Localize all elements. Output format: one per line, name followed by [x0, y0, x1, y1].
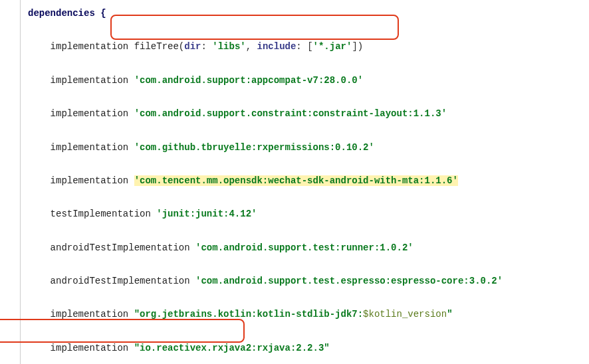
line-kotlin: implementation "org.jetbrains.kotlin:kot…: [28, 306, 589, 323]
line-junit: testImplementation 'junit:junit:4.12': [28, 206, 589, 223]
line-espresso: androidTestImplementation 'com.android.s…: [28, 273, 589, 290]
line-rxjava: implementation "io.reactivex.rxjava2:rxj…: [28, 340, 589, 357]
line-wechat: implementation 'com.tencent.mm.opensdk:w…: [28, 173, 589, 189]
line-constraint: implementation 'com.android.support.cons…: [28, 106, 589, 122]
line-runner: androidTestImplementation 'com.android.s…: [28, 240, 589, 256]
line-rxpermissions: implementation 'com.github.tbruyelle:rxp…: [28, 139, 589, 156]
line-filetree: implementation fileTree(dir: 'libs', inc…: [28, 39, 589, 55]
keyword-dependencies: dependencies {: [28, 8, 106, 19]
line-dependencies-open: dependencies {: [28, 5, 589, 22]
line-appcompat: implementation 'com.android.support:appc…: [28, 72, 589, 89]
code-editor: dependencies { implementation fileTree(d…: [0, 0, 589, 364]
